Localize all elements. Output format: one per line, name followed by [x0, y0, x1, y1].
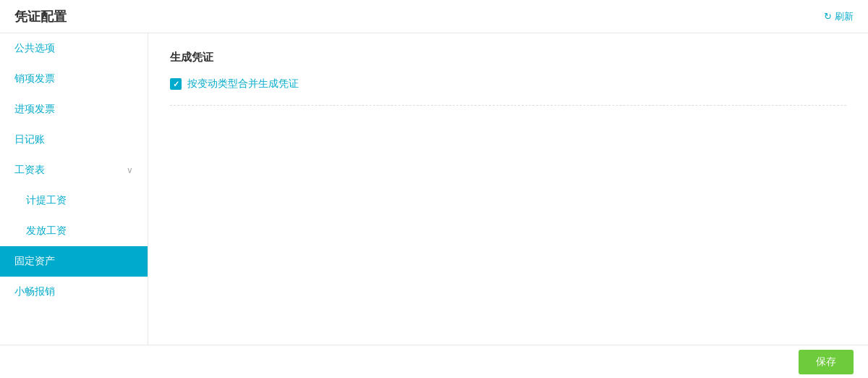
sidebar-item-label: 工资表	[14, 164, 45, 177]
sidebar-item-label: 固定资产	[14, 255, 55, 268]
sidebar-item-public[interactable]: 公共选项	[0, 33, 148, 64]
sidebar-item-fixed-assets[interactable]: 固定资产	[0, 246, 148, 277]
main-container: 公共选项 销项发票 进项发票 日记账 工资表 ∨ 计提工资 发放工资 固定资产 …	[0, 33, 868, 345]
refresh-label: 刷新	[835, 10, 854, 23]
section-title: 生成凭证	[170, 51, 846, 64]
sidebar-item-sales-invoice[interactable]: 销项发票	[0, 64, 148, 94]
sidebar-item-label: 日记账	[14, 133, 45, 146]
checkbox-label: 按变动类型合并生成凭证	[187, 77, 299, 91]
refresh-button[interactable]: ↻ 刷新	[824, 10, 854, 23]
chevron-down-icon: ∨	[127, 165, 133, 175]
merge-by-type-checkbox[interactable]	[170, 78, 182, 90]
sidebar-item-label: 小畅报销	[14, 285, 55, 298]
sidebar-item-payroll-table[interactable]: 工资表 ∨	[0, 155, 148, 185]
sidebar-item-payroll-pay[interactable]: 发放工资	[0, 216, 148, 246]
page-footer: 保存	[0, 345, 868, 378]
sidebar-item-payroll-calc[interactable]: 计提工资	[0, 185, 148, 216]
refresh-icon: ↻	[824, 11, 832, 22]
sidebar-item-purchase-invoice[interactable]: 进项发票	[0, 94, 148, 125]
sidebar-item-label: 公共选项	[14, 42, 55, 55]
page-title: 凭证配置	[14, 8, 67, 25]
sidebar-item-label: 计提工资	[26, 194, 67, 207]
sidebar-item-journal[interactable]: 日记账	[0, 125, 148, 155]
checkbox-row: 按变动类型合并生成凭证	[170, 77, 846, 91]
sidebar-item-expense-report[interactable]: 小畅报销	[0, 277, 148, 307]
save-button[interactable]: 保存	[799, 350, 854, 374]
sidebar-item-label: 销项发票	[14, 72, 55, 85]
section-divider	[170, 105, 846, 106]
sidebar-item-label: 进项发票	[14, 103, 55, 116]
sidebar-item-label: 发放工资	[26, 224, 67, 238]
page-header: 凭证配置 ↻ 刷新	[0, 0, 868, 33]
content-area: 生成凭证 按变动类型合并生成凭证	[148, 33, 868, 345]
sidebar: 公共选项 销项发票 进项发票 日记账 工资表 ∨ 计提工资 发放工资 固定资产 …	[0, 33, 148, 345]
